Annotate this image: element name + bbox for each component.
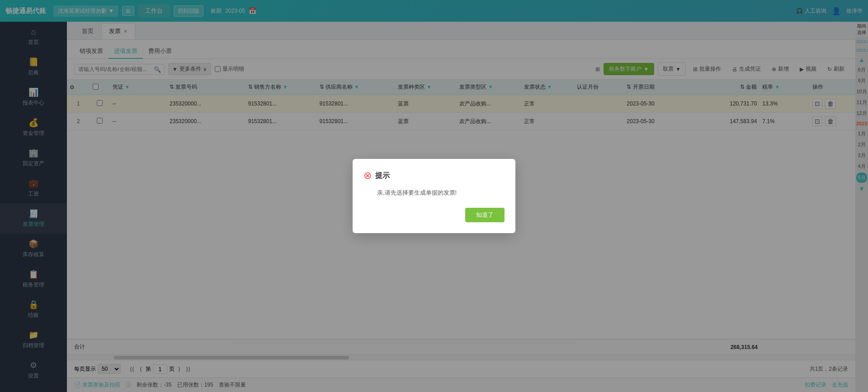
dialog: ⊗ 提示 亲,请先选择要生成单据的发票! 知道了 [353,159,515,233]
dialog-title: 提示 [375,171,390,181]
warning-icon: ⊗ [363,170,372,182]
dialog-confirm-button[interactable]: 知道了 [465,208,505,222]
dialog-overlay: ⊗ 提示 亲,请先选择要生成单据的发票! 知道了 [0,0,868,392]
dialog-footer: 知道了 [363,208,505,222]
dialog-header: ⊗ 提示 [363,170,505,182]
dialog-body: 亲,请先选择要生成单据的发票! [363,189,505,197]
